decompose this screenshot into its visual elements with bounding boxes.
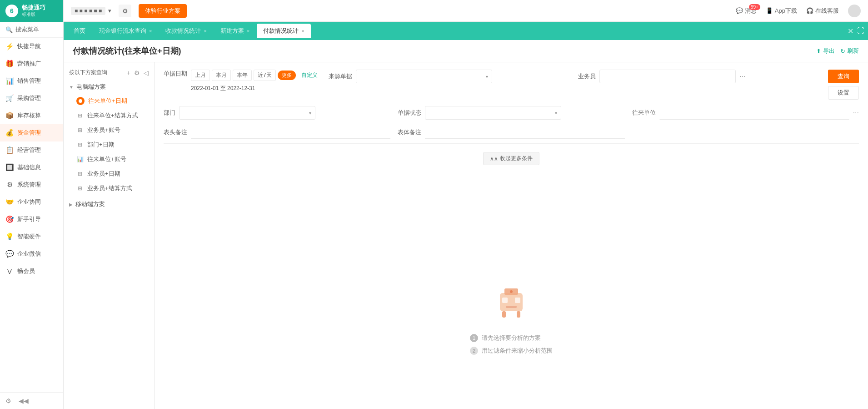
last-7-days-btn[interactable]: 近7天 bbox=[254, 70, 276, 81]
scheme-item-label: 往来单位+账号 bbox=[87, 155, 126, 163]
sidebar-item-guide[interactable]: 🎯新手引导 bbox=[0, 211, 63, 228]
customer-service-btn[interactable]: 🎧 在线客服 bbox=[806, 7, 839, 15]
tab-home[interactable]: 首页 bbox=[67, 24, 92, 38]
notifications-btn[interactable]: 💬 消息 99+ bbox=[736, 7, 757, 15]
scheme-item-label: 往来单位+结算方式 bbox=[87, 111, 138, 120]
source-select[interactable]: ▾ bbox=[356, 70, 492, 83]
sidebar-item-marketing[interactable]: 🎁营销推广 bbox=[0, 55, 63, 72]
app-download-btn[interactable]: 📱 App下载 bbox=[766, 7, 797, 15]
more-dates-btn[interactable]: 更多 bbox=[278, 71, 296, 80]
nav-icon-member: V bbox=[5, 267, 14, 275]
partner-input[interactable] bbox=[659, 106, 849, 120]
settings-footer-btn[interactable]: ⚙ bbox=[5, 397, 11, 404]
content-area: 付款情况统计(往来单位+日期) ⬆ 导出 ↻ 刷新 按以下方案查询 + bbox=[64, 40, 868, 409]
this-month-btn[interactable]: 本月 bbox=[212, 70, 231, 81]
scheme-item-staff-date[interactable]: ⊞ 业务员+日期 bbox=[64, 167, 154, 181]
tab-new-scheme[interactable]: 新建方案× bbox=[214, 24, 256, 38]
scheme-item-icon: ⊞ bbox=[76, 126, 84, 134]
topbar-gear-btn[interactable]: ⚙ bbox=[119, 5, 131, 17]
customer-service-label: 在线客服 bbox=[815, 7, 839, 15]
last-month-btn[interactable]: 上月 bbox=[191, 70, 210, 81]
tab-label-new-scheme: 新建方案 bbox=[220, 27, 244, 35]
sidebar-item-weixin[interactable]: 💬企业微信 bbox=[0, 245, 63, 263]
query-btn[interactable]: 查询 bbox=[828, 70, 859, 83]
app-download-label: App下载 bbox=[775, 7, 797, 15]
filter-setting-btn[interactable]: 设置 bbox=[828, 86, 859, 100]
empty-state: 1 请先选择要分析的方案 2 用过滤条件来缩小分析范围 bbox=[155, 225, 868, 409]
notifications-badge: 99+ bbox=[749, 4, 760, 10]
tab-close-new-scheme[interactable]: × bbox=[247, 28, 249, 34]
filter-actions: 查询 设置 bbox=[828, 70, 859, 100]
dept-select[interactable]: ▾ bbox=[179, 106, 315, 120]
export-icon: ⬆ bbox=[816, 48, 821, 55]
sidebar-item-member[interactable]: V畅会员 bbox=[0, 263, 63, 280]
scheme-item-partner-account[interactable]: 📊 往来单位+账号 bbox=[64, 152, 154, 167]
dept-chevron-icon: ▾ bbox=[309, 111, 311, 116]
nav-icon-cooperation: 🤝 bbox=[5, 198, 14, 206]
industry-plan-btn[interactable]: 体验行业方案 bbox=[139, 4, 187, 18]
nav-icon-quick-nav: ⚡ bbox=[5, 42, 14, 50]
scheme-item-partner-date[interactable]: 往来单位+日期 bbox=[64, 94, 154, 108]
sidebar-item-hardware[interactable]: 💡智能硬件 bbox=[0, 228, 63, 245]
scheme-settings-btn[interactable]: ⚙ bbox=[134, 69, 140, 76]
sidebar-item-inventory[interactable]: 📦库存核算 bbox=[0, 107, 63, 124]
scheme-collapse-btn[interactable]: ◁ bbox=[144, 69, 149, 76]
partner-dots-btn[interactable]: ··· bbox=[853, 109, 859, 117]
phone-icon: 📱 bbox=[766, 7, 773, 14]
sidebar-item-system[interactable]: ⚙系统管理 bbox=[0, 176, 63, 193]
desktop-arrow-icon: ▼ bbox=[69, 85, 74, 90]
custom-date-btn[interactable]: 自定义 bbox=[298, 70, 321, 81]
tab-bank-flow[interactable]: 现金银行流水查询× bbox=[93, 24, 158, 38]
nav-icon-weixin: 💬 bbox=[5, 250, 14, 258]
doc-status-label: 单据状态 bbox=[398, 109, 421, 117]
scheme-add-btn[interactable]: + bbox=[127, 69, 130, 76]
sidebar-item-purchase[interactable]: 🛒采购管理 bbox=[0, 90, 63, 107]
chevron-down-icon: ▾ bbox=[108, 7, 111, 14]
sidebar-item-quick-nav[interactable]: ⚡快捷导航 bbox=[0, 38, 63, 55]
export-btn[interactable]: ⬆ 导出 bbox=[816, 47, 835, 55]
collapse-filter-btn[interactable]: ∧∧ 收起更多条件 bbox=[483, 152, 539, 165]
sidebar-item-basic[interactable]: 🔲基础信息 bbox=[0, 159, 63, 176]
tab-close-receivable-stat[interactable]: × bbox=[204, 28, 206, 34]
close-all-tabs-btn[interactable]: ✕ bbox=[848, 27, 853, 35]
scheme-item-partner-settle[interactable]: ⊞ 往来单位+结算方式 bbox=[64, 108, 154, 123]
staff-select[interactable] bbox=[599, 70, 736, 83]
scheme-item-icon: ⊞ bbox=[76, 141, 84, 148]
scheme-item-staff-settle[interactable]: ⊞ 业务员+结算方式 bbox=[64, 181, 154, 196]
tab-receivable-stat[interactable]: 收款情况统计× bbox=[159, 24, 213, 38]
this-year-btn[interactable]: 本年 bbox=[233, 70, 252, 81]
svg-rect-5 bbox=[506, 306, 517, 308]
sidebar-item-cooperation[interactable]: 🤝企业协同 bbox=[0, 193, 63, 211]
sidebar-item-fund[interactable]: 💰资金管理 bbox=[0, 124, 63, 141]
sidebar-footer: ⚙ ◀◀ bbox=[0, 392, 63, 409]
active-scheme-indicator bbox=[76, 97, 85, 105]
tab-close-bank-flow[interactable]: × bbox=[149, 28, 152, 34]
company-selector[interactable]: ■ ■ ■ ■ ■ ■ ▾ bbox=[71, 7, 111, 15]
nav-icon-hardware: 💡 bbox=[5, 232, 14, 241]
tab-payment-stat[interactable]: 付款情况统计× bbox=[257, 24, 310, 38]
scheme-item-staff-account[interactable]: ⊞ 业务员+账号 bbox=[64, 123, 154, 137]
expand-btn[interactable]: ⛶ bbox=[857, 27, 864, 35]
scheme-section-mobile-header[interactable]: ▶ 移动端方案 bbox=[64, 197, 154, 211]
tabs-actions: ✕ ⛶ bbox=[848, 27, 864, 35]
scheme-item-dept-date[interactable]: ⊞ 部门+日期 bbox=[64, 137, 154, 152]
nav-label-basic: 基础信息 bbox=[17, 163, 41, 172]
date-label: 单据日期 bbox=[164, 70, 187, 78]
scheme-section-desktop-header[interactable]: ▼ 电脑端方案 bbox=[64, 80, 154, 94]
user-avatar[interactable] bbox=[848, 5, 861, 17]
mobile-section-label: 移动端方案 bbox=[75, 200, 105, 208]
tip-1-text: 请先选择要分析的方案 bbox=[482, 334, 541, 342]
sidebar-header: 6 畅捷通巧 标准版 bbox=[0, 0, 63, 22]
search-menu[interactable]: 🔍 搜索菜单 bbox=[0, 22, 63, 38]
desktop-section-label: 电脑端方案 bbox=[76, 83, 106, 91]
sidebar-item-operation[interactable]: 📋经营管理 bbox=[0, 141, 63, 159]
nav-label-cooperation: 企业协同 bbox=[17, 198, 41, 206]
topbar-right: 💬 消息 99+ 📱 App下载 🎧 在线客服 bbox=[736, 5, 861, 17]
doc-status-select[interactable]: ▾ bbox=[425, 106, 561, 120]
collapse-sidebar-btn[interactable]: ◀◀ bbox=[19, 397, 29, 404]
content-header: 付款情况统计(往来单位+日期) ⬆ 导出 ↻ 刷新 bbox=[64, 40, 868, 62]
refresh-btn[interactable]: ↻ 刷新 bbox=[840, 47, 859, 55]
sidebar-item-sales[interactable]: 📊销售管理 bbox=[0, 72, 63, 90]
tab-close-payment-stat[interactable]: × bbox=[301, 28, 304, 34]
staff-dots-btn[interactable]: ··· bbox=[739, 72, 745, 81]
